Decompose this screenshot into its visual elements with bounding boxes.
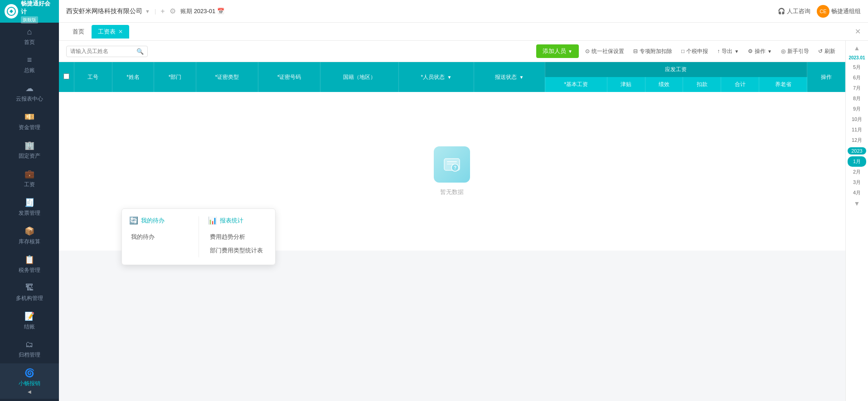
company-dropdown-icon: ▼	[145, 9, 150, 14]
sidebar-item-salary[interactable]: 💼 工资	[0, 164, 59, 193]
tab-home[interactable]: 首页	[66, 25, 91, 39]
guide-icon: ◎	[781, 48, 786, 54]
sidebar-item-ledger[interactable]: ≡ 总账	[0, 51, 59, 79]
timeline-month-11[interactable]: 11月	[846, 125, 868, 135]
period-value: 2023-01	[194, 8, 216, 14]
sidebar-item-home[interactable]: ⌂ 首页	[0, 23, 59, 51]
search-icon: 🔍	[136, 48, 144, 55]
sidebar-item-inventory[interactable]: 📦 库存核算	[0, 222, 59, 250]
home-icon: ⌂	[27, 27, 32, 37]
tab-close-salary[interactable]: ✕	[118, 29, 123, 35]
sidebar-item-settlement[interactable]: 📝 结账	[0, 307, 59, 335]
toolbar-right: 添加人员 ▼ ⊙ 统一社保设置 ⊟ 专项附加扣除 □ 个税申报	[536, 44, 838, 58]
col-dept: *部门	[154, 62, 196, 92]
main-content: 西安虾米网络科技有限公司 ▼ | + ⚙ 账期 2023-01 📅 🎧 人工咨询…	[59, 0, 868, 401]
timeline-up-btn[interactable]: ▲	[852, 43, 862, 53]
user-avatar: CE	[817, 5, 829, 18]
timeline-month-7[interactable]: 7月	[846, 83, 868, 93]
sidebar-item-basic[interactable]: ⚙ 基础设置	[0, 399, 59, 401]
guide-btn[interactable]: ◎ 新手引导	[778, 46, 812, 57]
support-btn[interactable]: 🎧 人工咨询	[778, 7, 810, 15]
svg-text:?: ?	[454, 165, 456, 170]
status-filter-icon[interactable]: ▼	[447, 75, 452, 80]
topbar-right: 🎧 人工咨询 CE 畅捷通组组	[778, 5, 861, 18]
xiaochang-popup: 🔄 我的待办 我的待办 📊 报表统计 费用趋势分析 部门费用类型统计表	[121, 208, 276, 265]
timeline-month-3[interactable]: 3月	[846, 177, 868, 188]
operations-btn[interactable]: ⚙ 操作 ▼	[745, 46, 775, 57]
app-logo[interactable]: 畅捷通好会计 旗舰版	[0, 0, 59, 23]
period-label: 账期	[180, 7, 192, 15]
tax-report-btn[interactable]: □ 个税申报	[679, 46, 711, 57]
refresh-btn[interactable]: ↺ 刷新	[815, 46, 838, 57]
timeline: ▲ 2023.01 5月 6月 7月 8月 9月 10月 11月 12月 202…	[845, 41, 868, 401]
tab-bar: 首页 工资表 ✕ ✕	[59, 23, 868, 41]
sidebar-item-multi-org[interactable]: 🏗 多机构管理	[0, 279, 59, 307]
headset-icon: 🎧	[778, 8, 785, 14]
tax-icon: 📋	[24, 255, 34, 265]
tab-salary[interactable]: 工资表 ✕	[92, 25, 129, 39]
period-selector[interactable]: 账期 2023-01 📅	[180, 7, 225, 15]
sidebar-item-invoice[interactable]: 🧾 发票管理	[0, 193, 59, 222]
col-subsidy: 津贴	[607, 77, 645, 92]
select-all-header[interactable]	[59, 62, 74, 92]
tab-close-all[interactable]: ✕	[855, 27, 861, 36]
timeline-month-10[interactable]: 10月	[846, 114, 868, 125]
sidebar-item-fund[interactable]: 💴 资金管理	[0, 107, 59, 136]
timeline-down-btn[interactable]: ▼	[852, 198, 862, 209]
social-insurance-btn[interactable]: ⊙ 统一社保设置	[582, 46, 627, 57]
report-filter-icon[interactable]: ▼	[519, 75, 524, 80]
fund-icon: 💴	[24, 112, 34, 122]
timeline-month-9[interactable]: 9月	[846, 104, 868, 114]
inventory-icon: 📦	[24, 226, 34, 236]
popup-item-mywork[interactable]: 我的待办	[129, 230, 189, 244]
social-insurance-icon: ⊙	[585, 48, 590, 54]
export-btn[interactable]: ↑ 导出 ▼	[714, 46, 742, 57]
special-deduct-btn[interactable]: ⊟ 专项附加扣除	[630, 46, 675, 57]
search-input[interactable]	[70, 48, 134, 54]
timeline-month-2[interactable]: 2月	[846, 167, 868, 177]
sidebar-item-cloud-report[interactable]: ☁ 云报表中心	[0, 79, 59, 107]
sidebar-item-archive[interactable]: 🗂 归档管理	[0, 335, 59, 363]
add-period-icon[interactable]: +	[160, 7, 165, 15]
empty-icon: ?	[434, 146, 470, 183]
timeline-month-5[interactable]: 5月	[846, 62, 868, 72]
popup-col-mywork: 🔄 我的待办 我的待办	[129, 216, 189, 257]
timeline-month-6[interactable]: 6月	[846, 72, 868, 83]
popup-item-dept-cost[interactable]: 部门费用类型统计表	[208, 244, 268, 257]
select-all-checkbox[interactable]	[63, 73, 69, 79]
sidebar-item-xiaochang[interactable]: 🌀 小畅报销 ◀	[0, 363, 59, 399]
export-icon: ↑	[717, 48, 720, 54]
col-id-type: *证密类型	[196, 62, 258, 92]
timeline-month-12[interactable]: 12月	[846, 135, 868, 145]
company-selector[interactable]: 西安虾米网络科技有限公司 ▼	[66, 7, 150, 15]
special-deduct-icon: ⊟	[633, 48, 638, 54]
popup-item-cost-trend[interactable]: 费用趋势分析	[208, 230, 268, 244]
popup-divider	[199, 216, 199, 257]
timeline-month-8[interactable]: 8月	[846, 93, 868, 104]
topbar-divider: |	[155, 8, 156, 14]
col-name: *姓名	[112, 62, 154, 92]
col-number: 工号	[74, 62, 112, 92]
col-country: 国籍（地区）	[320, 62, 399, 92]
tax-icon: □	[681, 48, 684, 54]
col-deduct: 扣款	[683, 77, 721, 92]
timeline-period-label: 2023.01	[846, 53, 868, 62]
settlement-icon: 📝	[24, 311, 34, 321]
user-menu[interactable]: CE 畅捷通组组	[817, 5, 861, 18]
add-dropdown-icon: ▼	[568, 49, 572, 54]
popup-columns: 🔄 我的待办 我的待办 📊 报表统计 费用趋势分析 部门费用类型统计表	[129, 216, 268, 257]
salary-icon: 💼	[24, 169, 34, 179]
operations-icon: ⚙	[748, 48, 753, 54]
sidebar-nav: ⌂ 首页 ≡ 总账 ☁ 云报表中心 💴 资金管理 🏢 固定资产 💼 工资 🧾 发…	[0, 23, 59, 401]
sidebar-item-fixed-assets[interactable]: 🏢 固定资产	[0, 136, 59, 164]
col-id-number: *证密号码	[258, 62, 320, 92]
sidebar-item-tax[interactable]: 📋 税务管理	[0, 250, 59, 279]
popup-col1-title: 🔄 我的待办	[129, 216, 189, 225]
search-box[interactable]: 🔍	[66, 46, 148, 57]
operations-dropdown-icon: ▼	[767, 49, 772, 54]
timeline-month-1[interactable]: 1月	[848, 156, 866, 167]
settings-icon[interactable]: ⚙	[170, 7, 176, 15]
add-person-button[interactable]: 添加人员 ▼	[536, 44, 579, 58]
timeline-month-4[interactable]: 4月	[846, 188, 868, 198]
timeline-year-2023[interactable]: 2023	[848, 147, 866, 155]
